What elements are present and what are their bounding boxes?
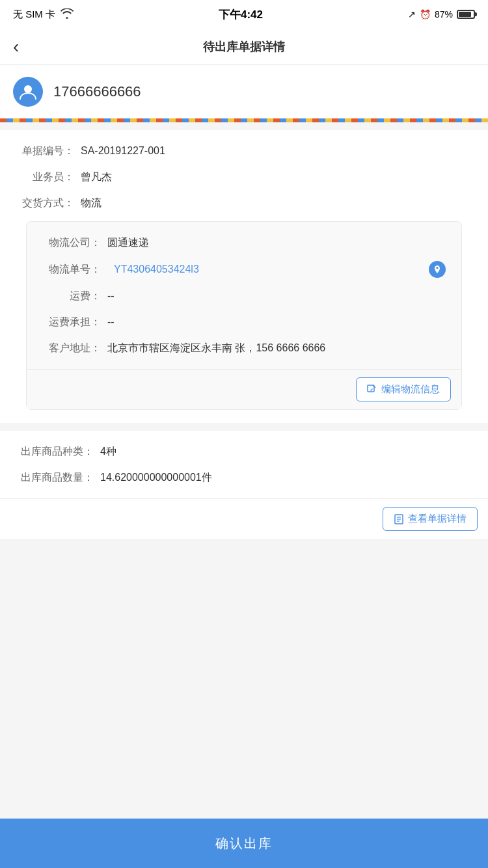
address-value: 北京市市辖区海淀区永丰南 张，156 6666 6666: [107, 340, 446, 356]
logistics-card: 物流公司： 圆通速递 物流单号： YT43064053424l3 运费: [26, 221, 462, 410]
freight-row: 运费： --: [42, 288, 446, 304]
tracking-label: 物流单号：: [42, 262, 101, 277]
svg-point-0: [24, 85, 32, 93]
goods-quantity-value: 14.620000000000001件: [100, 470, 472, 485]
wifi-icon: [61, 8, 74, 21]
goods-type-row: 出库商品种类： 4种: [16, 444, 472, 459]
goods-type-value: 4种: [100, 444, 472, 459]
battery-percent: 87%: [435, 9, 453, 20]
status-time: 下午4:42: [219, 7, 263, 22]
content-area: 17666666666 单据编号： SA-20191227-001 业务员： 曾…: [0, 65, 488, 604]
edit-logistics-label: 编辑物流信息: [381, 383, 440, 396]
edit-logistics-button[interactable]: 编辑物流信息: [356, 377, 451, 401]
goods-quantity-label: 出库商品数量：: [16, 470, 94, 485]
salesperson-label: 业务员：: [16, 169, 74, 185]
location-pin-icon[interactable]: [429, 261, 446, 278]
logistics-company-row: 物流公司： 圆通速递: [42, 235, 446, 251]
salesperson-value: 曾凡杰: [81, 169, 472, 185]
battery-icon: [457, 10, 475, 19]
confirm-button-label: 确认出库: [215, 835, 273, 852]
freight-bearer-label: 运费承担：: [42, 314, 101, 330]
view-btn-row: 查看单据详情: [0, 498, 488, 539]
back-button[interactable]: ‹: [13, 36, 19, 57]
edit-icon: [367, 385, 377, 395]
delivery-row: 交货方式： 物流: [16, 195, 472, 211]
alarm-icon: ⏰: [420, 9, 431, 20]
view-details-button[interactable]: 查看单据详情: [383, 507, 478, 531]
confirm-bar[interactable]: 确认出库: [0, 819, 488, 868]
freight-bearer-value: --: [107, 314, 446, 330]
tracking-value: YT43064053424l3: [114, 262, 422, 277]
goods-quantity-row: 出库商品数量： 14.620000000000001件: [16, 470, 472, 485]
freight-bearer-row: 运费承担： --: [42, 314, 446, 330]
color-divider: [0, 118, 488, 122]
freight-label: 运费：: [42, 288, 101, 304]
status-bar: 无 SIM 卡 下午4:42 ↗ ⏰ 87%: [0, 0, 488, 29]
address-label: 客户地址：: [42, 340, 101, 356]
delivery-value: 物流: [81, 195, 472, 211]
goods-section: 出库商品种类： 4种 出库商品数量： 14.620000000000001件 查…: [0, 431, 488, 539]
avatar: [13, 77, 43, 107]
logistics-company-label: 物流公司：: [42, 235, 101, 251]
document-icon: [394, 514, 404, 524]
doc-number-row: 单据编号： SA-20191227-001: [16, 143, 472, 159]
nav-bar: ‹ 待出库单据详情: [0, 29, 488, 65]
freight-value: --: [107, 288, 446, 304]
location-icon: ↗: [408, 9, 416, 20]
delivery-label: 交货方式：: [16, 195, 74, 211]
edit-btn-row: 编辑物流信息: [27, 369, 461, 409]
order-info-section: 单据编号： SA-20191227-001 业务员： 曾凡杰 交货方式： 物流 …: [0, 130, 488, 423]
customer-header: 17666666666: [0, 65, 488, 118]
carrier-label: 无 SIM 卡: [13, 8, 55, 21]
salesperson-row: 业务员： 曾凡杰: [16, 169, 472, 185]
view-details-label: 查看单据详情: [408, 513, 467, 525]
doc-number-value: SA-20191227-001: [81, 143, 472, 159]
tracking-row: 物流单号： YT43064053424l3: [42, 261, 446, 278]
customer-phone: 17666666666: [53, 83, 141, 100]
address-row: 客户地址： 北京市市辖区海淀区永丰南 张，156 6666 6666: [42, 340, 446, 356]
doc-number-label: 单据编号：: [16, 143, 74, 159]
logistics-company-value: 圆通速递: [107, 235, 446, 251]
goods-type-label: 出库商品种类：: [16, 444, 94, 459]
page-title: 待出库单据详情: [203, 39, 285, 55]
